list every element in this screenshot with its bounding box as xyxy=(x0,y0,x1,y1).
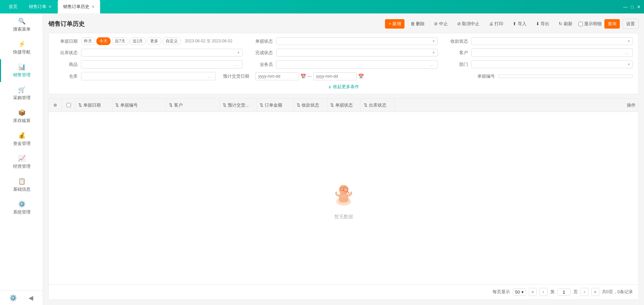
system-mgmt-icon: ⚙️ xyxy=(18,200,26,208)
page-title: 销售订单历史 xyxy=(48,20,85,28)
warehouse-status-select[interactable]: ▾ xyxy=(81,49,243,56)
new-button[interactable]: + 新增 xyxy=(385,19,404,29)
first-page-button[interactable]: « xyxy=(529,288,537,296)
customer-label: 客户 xyxy=(444,50,471,56)
th-amount[interactable]: ⇅ 订单金额 xyxy=(257,99,294,112)
svg-rect-1 xyxy=(339,193,348,202)
toolbar: + 新增 🗑 删除 ⊘ 中止 ⊘ 取消中止 🖨 打印 ⬆ 导入 ⬇ 导出 ↻ 刷… xyxy=(385,19,639,29)
show-details-checkbox-label[interactable]: 显示明细 xyxy=(578,21,602,27)
th-customer[interactable]: ⇅ 客户 xyxy=(166,99,220,112)
show-details-checkbox[interactable] xyxy=(578,22,583,26)
product-dots[interactable]: ... xyxy=(233,62,240,67)
tab-sales-order-history-close[interactable]: ✕ xyxy=(91,4,95,9)
th-payment-status-label: ⇅ 收款状态 xyxy=(297,102,319,108)
payment-status-select[interactable]: ▾ xyxy=(471,37,633,45)
sidebar-item-basic-info[interactable]: 📋 基础信息 xyxy=(0,174,43,196)
sidebar-item-system-mgmt[interactable]: ⚙️ 系统管理 xyxy=(0,196,43,219)
th-date-label: ⇅ 单据日期 xyxy=(78,102,101,108)
th-warehouse-status[interactable]: ⇅ 出库状态 xyxy=(361,99,395,112)
th-checkbox[interactable] xyxy=(62,99,76,112)
date-today[interactable]: 今天 xyxy=(96,37,111,45)
date-7days[interactable]: 近7天 xyxy=(112,37,128,45)
page-input[interactable] xyxy=(557,289,571,296)
date-dash: — xyxy=(307,74,312,79)
sidebar-item-search-menu[interactable]: 🔍 搜索菜单 xyxy=(0,13,43,36)
page-size-select[interactable]: 50 ▾ xyxy=(513,289,526,296)
basic-info-icon: 📋 xyxy=(18,178,26,185)
date-yesterday[interactable]: 昨天 xyxy=(81,37,95,45)
warehouse-status-chevron: ▾ xyxy=(238,50,240,55)
delivery-date-from-calendar[interactable]: 📅 xyxy=(300,74,306,79)
quick-nav-icon: ⚡ xyxy=(18,40,26,48)
import-button[interactable]: ⬆ 导入 xyxy=(509,19,530,29)
date-1month[interactable]: 近1月 xyxy=(130,37,146,45)
department-select[interactable]: ▾ xyxy=(471,61,633,68)
th-delivery[interactable]: ⇅ 预计交货... xyxy=(220,99,257,112)
page-header: 销售订单历史 + 新增 🗑 删除 ⊘ 中止 ⊘ 取消中止 🖨 打印 ⬆ 导入 ⬇… xyxy=(48,19,639,29)
print-button[interactable]: 🖨 打印 xyxy=(486,19,507,29)
delete-button[interactable]: 🗑 删除 xyxy=(407,19,428,29)
warehouse-status-label: 出库状态 xyxy=(54,50,81,56)
tab-sales-order[interactable]: 销售订单 ✕ xyxy=(24,0,57,13)
date-more[interactable]: 更多 xyxy=(147,37,161,45)
sidebar-item-quick-nav[interactable]: ⚡ 快捷导航 xyxy=(0,36,43,59)
delivery-date-label: 预计交货日期 xyxy=(222,73,253,79)
page-size-value: 50 xyxy=(515,290,520,295)
date-label: 单据日期 xyxy=(54,38,81,44)
completion-status-select[interactable]: ▾ xyxy=(276,49,438,56)
content-area: 销售订单历史 + 新增 🗑 删除 ⊘ 中止 ⊘ 取消中止 🖨 打印 ⬆ 导入 ⬇… xyxy=(43,13,644,305)
maximize-button[interactable]: □ xyxy=(631,4,634,9)
sidebar-item-finance[interactable]: 💰 资金管理 xyxy=(0,128,43,151)
sidebar-item-operations-label: 经营管理 xyxy=(13,163,31,169)
settings-button[interactable]: 设置 xyxy=(622,19,639,29)
th-order-status[interactable]: ⇅ 单据状态 xyxy=(328,99,361,112)
sidebar-item-sales-mgmt[interactable]: 📊 销售管理 xyxy=(0,59,43,82)
th-payment-status[interactable]: ⇅ 收款状态 xyxy=(294,99,328,112)
th-order-no[interactable]: ⇅ 单据编号 xyxy=(113,99,166,112)
filter-area: 单据日期 昨天 今天 近7天 近1月 更多 自定义 2023-06-02 至 2… xyxy=(48,33,639,94)
prev-page-button[interactable]: ‹ xyxy=(540,288,548,296)
table-body: 暂无数据 xyxy=(49,112,638,284)
date-custom[interactable]: 自定义 xyxy=(163,37,181,45)
sidebar-item-sales-mgmt-label: 销售管理 xyxy=(13,72,31,78)
refresh-button[interactable]: ↻ 刷新 xyxy=(555,19,576,29)
sidebar-item-inventory[interactable]: 📦 库存核算 xyxy=(0,105,43,128)
delivery-date-to-calendar[interactable]: 📅 xyxy=(358,74,364,79)
collapse-icon: ∧ xyxy=(328,84,332,89)
minimize-button[interactable]: — xyxy=(623,4,628,9)
cancel-stop-button[interactable]: ⊘ 取消中止 xyxy=(454,19,483,29)
sidebar-item-operations[interactable]: 📈 经营管理 xyxy=(0,151,43,174)
select-all-checkbox[interactable] xyxy=(67,103,71,107)
tab-sales-order-history[interactable]: 销售订单历史 ✕ xyxy=(58,0,100,13)
warehouse-dots[interactable]: ... xyxy=(206,74,213,79)
warehouse-label: 仓库 xyxy=(54,73,81,79)
export-button[interactable]: ⬇ 导出 xyxy=(532,19,553,29)
sidebar-collapse-icon[interactable]: ◀ xyxy=(29,294,33,302)
filter-row-4: 仓库 ... 预计交货日期 📅 — 📅 xyxy=(54,72,633,80)
sidebar-item-purchase-mgmt[interactable]: 🛒 采购管理 xyxy=(0,82,43,105)
delivery-date-from[interactable] xyxy=(255,72,299,80)
empty-text: 暂无数据 xyxy=(334,214,353,220)
th-settings[interactable]: ⚙ xyxy=(49,99,62,112)
date-quick-btns: 昨天 今天 近7天 近1月 更多 自定义 xyxy=(81,37,181,45)
query-button[interactable]: 查询 xyxy=(604,19,620,29)
order-no-label: 单据编号 xyxy=(471,73,498,79)
tab-home-label: 首页 xyxy=(9,4,17,10)
payment-status-chevron: ▾ xyxy=(628,39,630,43)
page: 销售订单历史 + 新增 🗑 删除 ⊘ 中止 ⊘ 取消中止 🖨 打印 ⬆ 导入 ⬇… xyxy=(43,13,644,305)
top-bar: 首页 销售订单 ✕ 销售订单历史 ✕ — □ ✕ xyxy=(0,0,644,13)
tab-sales-order-close[interactable]: ✕ xyxy=(48,4,52,9)
stop-button[interactable]: ⊘ 中止 xyxy=(431,19,451,29)
order-status-select[interactable]: ▾ xyxy=(276,37,438,45)
next-page-button[interactable]: › xyxy=(581,288,589,296)
close-window-button[interactable]: ✕ xyxy=(637,4,641,9)
order-status-label: 单据状态 xyxy=(249,38,276,44)
tab-home[interactable]: 首页 xyxy=(3,0,23,13)
collapse-button[interactable]: ∧ 收起更多条件 xyxy=(54,84,633,90)
delivery-date-to[interactable] xyxy=(313,72,357,80)
last-page-button[interactable]: » xyxy=(591,288,599,296)
sidebar-settings-icon[interactable]: ⚙️ xyxy=(9,294,17,302)
th-date[interactable]: ⇅ 单据日期 xyxy=(76,99,113,112)
customer-dots[interactable]: ... xyxy=(624,50,630,55)
sales-person-dots[interactable]: ... xyxy=(428,62,435,67)
